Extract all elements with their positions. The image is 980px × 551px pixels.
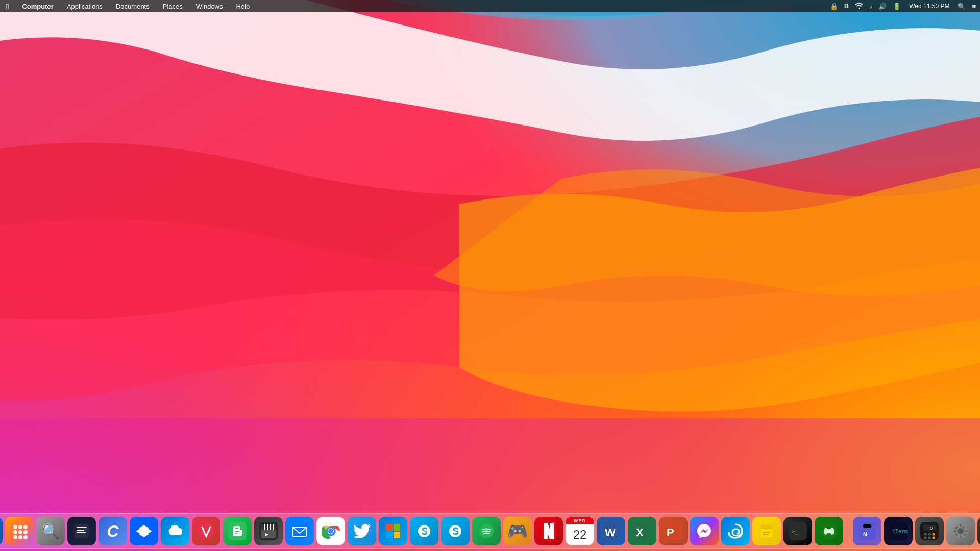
dock-app-onedrive[interactable] [161, 517, 189, 545]
svg-point-9 [13, 525, 17, 529]
svg-rect-81 [960, 535, 962, 538]
menu-documents[interactable]: Documents [114, 2, 152, 11]
dock-app-quicknote[interactable] [67, 517, 96, 545]
svg-point-12 [13, 530, 17, 534]
svg-rect-19 [77, 527, 87, 528]
dock-app-chrome[interactable] [316, 517, 345, 545]
svg-point-13 [18, 530, 22, 534]
svg-rect-21 [77, 532, 86, 533]
dock-app-terminal[interactable]: >_ [783, 517, 812, 545]
menubar-left:  Computer Applications Documents Places… [4, 1, 252, 12]
svg-rect-28 [235, 528, 238, 529]
svg-rect-30 [235, 533, 238, 534]
svg-text:X: X [636, 526, 644, 539]
battery-icon[interactable]: 🔋 [893, 3, 901, 10]
menu-computer[interactable]: Computer [20, 2, 55, 11]
control-center-icon[interactable]: ≡ [972, 3, 976, 10]
volume-icon[interactable]: 🔊 [878, 3, 887, 10]
apple-menu[interactable]:  [4, 1, 11, 12]
svg-text:>_: >_ [792, 528, 799, 535]
svg-rect-32 [261, 529, 276, 538]
dock-app-xbox[interactable] [815, 517, 843, 545]
clock[interactable]: Wed 11:50 PM [907, 2, 951, 11]
dock-app-evernote[interactable] [223, 517, 252, 545]
svg-rect-45 [394, 524, 400, 531]
dock-app-gaming[interactable]: 🎮 [503, 517, 532, 545]
dock-app-vivaldi[interactable] [192, 517, 220, 545]
dock-app-claquette[interactable]: ▶ [254, 517, 283, 545]
svg-point-76 [928, 537, 931, 539]
dock: 🔍 C [0, 513, 980, 549]
menu-applications[interactable]: Applications [65, 2, 105, 11]
wifi-icon[interactable] [855, 2, 863, 11]
dock-app-word[interactable]: W [597, 517, 625, 545]
bluetooth-icon[interactable]: B [844, 3, 849, 10]
dock-app-netflix[interactable] [534, 517, 563, 545]
svg-point-10 [18, 525, 22, 529]
svg-point-63 [827, 529, 831, 533]
dock-separator [848, 519, 848, 543]
dock-app-powerpoint[interactable]: P [659, 517, 688, 545]
dock-app-messenger[interactable] [690, 517, 719, 545]
dock-app-calculator[interactable]: 0 [915, 517, 944, 545]
svg-point-16 [18, 535, 22, 539]
dock-app-iterm[interactable]: iTerm [884, 517, 913, 545]
svg-rect-47 [394, 532, 400, 538]
svg-point-75 [924, 537, 927, 539]
svg-rect-80 [960, 524, 962, 527]
svg-point-73 [928, 533, 931, 536]
lock-icon[interactable]: 🔒 [830, 3, 838, 10]
dock-app-msstore[interactable] [379, 517, 407, 545]
svg-point-74 [933, 533, 935, 536]
svg-text:▶: ▶ [265, 532, 269, 537]
dock-app-excel[interactable]: X [628, 517, 656, 545]
dock-app-mail[interactable] [285, 517, 314, 545]
menu-help[interactable]: Help [234, 2, 252, 11]
svg-rect-29 [235, 531, 239, 532]
dock-app-skype2[interactable] [441, 517, 470, 545]
svg-point-79 [958, 528, 964, 534]
search-icon[interactable]: 🔍 [958, 3, 966, 10]
svg-rect-20 [77, 530, 84, 531]
svg-point-77 [933, 537, 935, 539]
dock-app-magic[interactable] [977, 517, 980, 545]
dock-app-calendar[interactable]: WED 22 [566, 517, 594, 545]
svg-point-15 [13, 535, 17, 539]
music-icon[interactable]: ♪ [869, 3, 873, 10]
dock-app-twitter[interactable] [348, 517, 376, 545]
svg-rect-44 [386, 524, 393, 531]
svg-text:N: N [863, 531, 867, 537]
svg-text:0: 0 [930, 525, 933, 531]
dock-app-edge[interactable] [721, 517, 750, 545]
dock-app-skype[interactable] [410, 517, 438, 545]
svg-text:iTerm: iTerm [892, 529, 908, 534]
svg-point-17 [23, 535, 28, 539]
menubar:  Computer Applications Documents Places… [0, 0, 980, 12]
menu-places[interactable]: Places [161, 2, 185, 11]
dock-app-system-prefs[interactable] [946, 517, 975, 545]
desktop [0, 0, 980, 551]
dock-app-launchpad[interactable] [5, 517, 34, 545]
svg-text:P: P [667, 526, 674, 539]
dock-app-spotify[interactable] [472, 517, 501, 545]
menu-windows[interactable]: Windows [194, 2, 225, 11]
dock-app-spotlight[interactable]: 🔍 [36, 517, 65, 545]
svg-rect-57 [761, 525, 773, 529]
dock-app-parallels[interactable] [0, 517, 3, 545]
svg-point-43 [328, 529, 333, 534]
menubar-right: 🔒 B ♪ 🔊 🔋 Wed 11:50 PM 🔍 ≡ [830, 2, 976, 11]
dock-container: 🔍 C [0, 513, 980, 551]
svg-rect-18 [75, 524, 89, 538]
dock-app-dropbox[interactable] [130, 517, 158, 545]
svg-rect-83 [965, 530, 968, 532]
svg-rect-46 [386, 532, 393, 538]
dock-app-browser-c[interactable]: C [99, 517, 127, 545]
svg-rect-65 [863, 524, 871, 528]
svg-point-11 [23, 525, 28, 529]
svg-point-14 [23, 530, 28, 534]
svg-rect-82 [953, 530, 957, 532]
svg-point-72 [924, 533, 927, 536]
dock-app-stickies[interactable] [752, 517, 781, 545]
dock-app-notchmeister[interactable]: N [853, 517, 881, 545]
svg-text:W: W [605, 526, 616, 539]
